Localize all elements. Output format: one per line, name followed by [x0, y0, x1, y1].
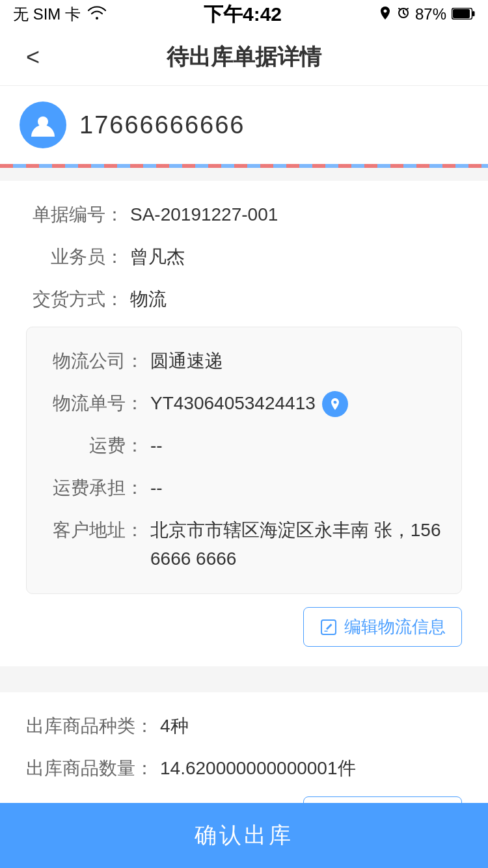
address-value: 北京市市辖区海淀区永丰南 张，156 6666 6666 [150, 516, 442, 575]
user-phone: 17666666666 [79, 111, 245, 139]
edit-icon [319, 618, 338, 636]
edit-btn-wrap: 编辑物流信息 [26, 607, 462, 647]
status-right: 87% [379, 5, 475, 23]
confirm-btn-label: 确认出库 [195, 821, 293, 850]
goods-quantity-row: 出库商品数量： 14.620000000000001件 [26, 754, 462, 783]
sales-person-value: 曾凡杰 [130, 243, 462, 272]
goods-types-value: 4种 [160, 712, 462, 741]
logistics-tracking-value-wrap: YT43064053424413 [150, 389, 442, 418]
freight-value: -- [150, 431, 442, 461]
freight-bearer-label: 运费承担： [46, 474, 150, 503]
logistics-tracking-label: 物流单号： [46, 389, 150, 418]
battery-icon [452, 5, 475, 23]
edit-logistics-button[interactable]: 编辑物流信息 [303, 607, 462, 647]
logistics-tracking-value: YT43064053424413 [150, 389, 316, 418]
goods-quantity-label: 出库商品数量： [26, 754, 160, 783]
sales-person-row: 业务员： 曾凡杰 [26, 243, 462, 272]
goods-types-label: 出库商品种类： [26, 712, 160, 741]
address-row: 客户地址： 北京市市辖区海淀区永丰南 张，156 6666 6666 [46, 516, 442, 575]
dashed-divider [0, 164, 488, 168]
order-number-label: 单据编号： [26, 200, 130, 230]
order-info-section: 单据编号： SA-20191227-001 业务员： 曾凡杰 交货方式： 物流 … [0, 181, 488, 666]
freight-label: 运费： [46, 431, 150, 461]
logistics-tracking-row: 物流单号： YT43064053424413 [46, 389, 442, 418]
user-header: 17666666666 [0, 86, 488, 164]
freight-bearer-row: 运费承担： -- [46, 474, 442, 503]
logistics-card: 物流公司： 圆通速递 物流单号： YT43064053424413 运费： --… [26, 327, 462, 594]
wifi-icon [87, 5, 107, 23]
delivery-method-value: 物流 [130, 285, 462, 314]
alarm-icon [397, 5, 410, 23]
logistics-company-value: 圆通速递 [150, 347, 442, 376]
sales-person-label: 业务员： [26, 243, 130, 272]
order-number-row: 单据编号： SA-20191227-001 [26, 200, 462, 230]
delivery-method-row: 交货方式： 物流 [26, 285, 462, 314]
status-left: 无 SIM 卡 [13, 4, 107, 25]
confirm-button[interactable]: 确认出库 [0, 803, 488, 868]
time-label: 下午4:42 [204, 1, 282, 28]
location-service-icon [379, 5, 392, 23]
avatar [20, 102, 66, 148]
svg-rect-2 [453, 9, 470, 18]
goods-types-row: 出库商品种类： 4种 [26, 712, 462, 741]
order-number-value: SA-20191227-001 [130, 200, 462, 230]
status-bar: 无 SIM 卡 下午4:42 87% [0, 0, 488, 29]
address-label: 客户地址： [46, 516, 150, 545]
goods-quantity-value: 14.620000000000001件 [160, 754, 462, 783]
carrier-label: 无 SIM 卡 [13, 4, 81, 25]
delivery-method-label: 交货方式： [26, 285, 130, 314]
svg-rect-3 [472, 11, 475, 16]
battery-label: 87% [415, 5, 446, 23]
section-divider-1 [0, 666, 488, 679]
nav-bar: < 待出库单据详情 [0, 29, 488, 86]
logistics-company-row: 物流公司： 圆通速递 [46, 347, 442, 376]
logistics-company-label: 物流公司： [46, 347, 150, 376]
page-title: 待出库单据详情 [167, 42, 321, 72]
back-button[interactable]: < [20, 37, 46, 77]
freight-row: 运费： -- [46, 431, 442, 461]
location-tracking-button[interactable] [322, 391, 348, 417]
edit-logistics-label: 编辑物流信息 [344, 616, 446, 638]
freight-bearer-value: -- [150, 474, 442, 503]
